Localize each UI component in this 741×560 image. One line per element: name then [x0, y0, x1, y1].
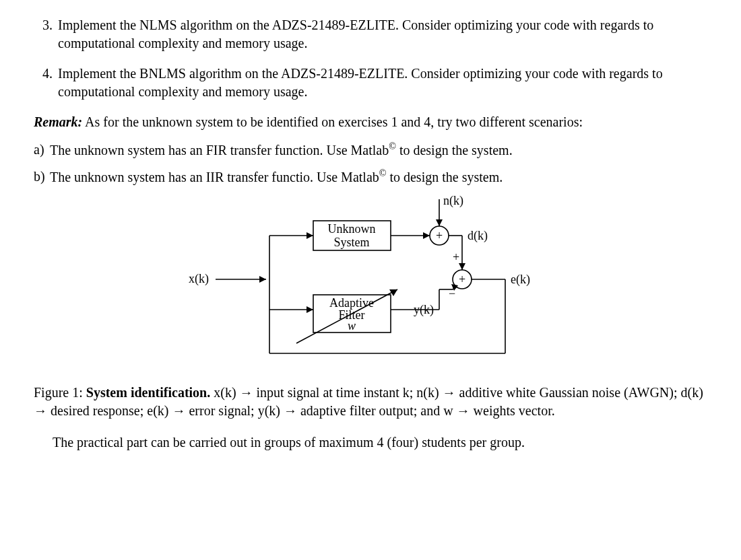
sub-item-a: a) The unknown system has an FIR transfe…: [34, 141, 707, 160]
sub-text-pre: The unknown system has an FIR transfer f…: [50, 143, 389, 158]
svg-marker-23: [307, 306, 313, 313]
sub-body: The unknown system has an IIR transfer f…: [50, 168, 707, 186]
block-adaptive-l3: w: [348, 319, 356, 332]
summer-plus-d: +: [453, 250, 459, 264]
list-body: Implement the NLMS algorithm on the ADZS…: [58, 16, 707, 53]
sub-letter: b): [34, 168, 50, 186]
copyright-icon: ©: [389, 141, 396, 151]
list-body: Implement the BNLMS algorithm on the ADZ…: [58, 65, 707, 101]
remark-text: As for the unknown system to be identifi…: [82, 114, 583, 129]
caption-fig: Figure 1:: [34, 385, 86, 400]
summer-minus-y: −: [449, 287, 455, 300]
list-item-3: 3. Implement the NLMS algorithm on the A…: [34, 16, 707, 53]
block-adaptive-l1: Adaptive: [329, 296, 374, 310]
svg-marker-7: [423, 232, 430, 239]
remark-line: Remark: As for the unknown system to be …: [34, 113, 707, 131]
svg-marker-4: [307, 232, 313, 239]
label-ek: e(k): [511, 273, 530, 287]
sub-text-pre: The unknown system has an IIR transfer f…: [50, 169, 379, 184]
label-xk: x(k): [189, 272, 209, 286]
sub-letter: a): [34, 141, 50, 160]
sub-text-post: to design the system.: [386, 169, 503, 184]
summer-bottom-plus: +: [459, 273, 465, 286]
document-page: 3. Implement the NLMS algorithm on the A…: [0, 0, 741, 560]
list-item-4: 4. Implement the BNLMS algorithm on the …: [34, 65, 707, 101]
block-diagram: x(k) Unknown System n(k) + d(k): [189, 195, 552, 370]
caption-title: System identification.: [86, 385, 210, 400]
label-nk: n(k): [443, 195, 463, 208]
block-unknown-l2: System: [333, 236, 369, 249]
copyright-icon: ©: [379, 168, 387, 178]
list-number: 3.: [34, 16, 58, 53]
sub-item-b: b) The unknown system has an IIR transfe…: [34, 168, 707, 186]
sub-text-post: to design the system.: [396, 143, 513, 158]
svg-marker-1: [259, 276, 266, 283]
closing-line: The practical part can be carried out in…: [53, 433, 707, 452]
sub-body: The unknown system has an FIR transfer f…: [50, 141, 707, 160]
svg-marker-13: [459, 263, 465, 270]
label-dk: d(k): [468, 229, 488, 243]
list-number: 4.: [34, 65, 58, 101]
figure-wrap: x(k) Unknown System n(k) + d(k): [34, 195, 707, 370]
block-unknown-l1: Unknown: [328, 222, 376, 236]
svg-marker-9: [436, 219, 443, 226]
summer-top-plus: +: [436, 229, 443, 242]
remark-lead: Remark:: [34, 114, 82, 129]
figure-caption: Figure 1: System identification. x(k) → …: [34, 384, 707, 420]
